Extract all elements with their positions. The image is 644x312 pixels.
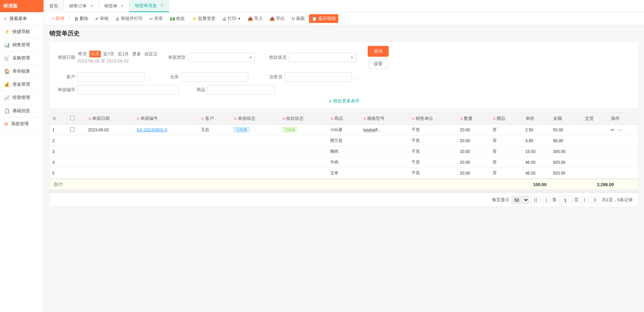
import-button[interactable]: 📥 导入 (245, 14, 265, 23)
sort-icon-payment-status[interactable]: ⇅ (282, 117, 285, 121)
tab-sales-order[interactable]: 销售订单 ✕ (64, 0, 99, 12)
footer-total-amount: 2,286.00 (567, 182, 634, 187)
next-page-button[interactable]: ⟩ (581, 197, 588, 203)
customer-input[interactable] (77, 72, 145, 82)
batch-change-button[interactable]: ⚡ 批量变更 (189, 14, 218, 23)
row-select-checkbox[interactable] (70, 127, 75, 132)
goods-dots[interactable]: ... (278, 87, 282, 93)
cell-payment-status (279, 135, 328, 146)
delete-button[interactable]: 🗑 删除 (72, 14, 91, 23)
cell-order-status (231, 157, 279, 168)
status-select[interactable] (289, 53, 356, 62)
tab-sales-goods[interactable]: 销货单 ✕ (99, 0, 130, 12)
shortcut-yesterday[interactable]: 昨天 (77, 51, 88, 57)
sidebar-item-finance[interactable]: 💰 资金管理 (0, 78, 44, 91)
sort-icon-spec[interactable]: ⇅ (363, 117, 366, 121)
warehouse-input[interactable] (181, 72, 248, 82)
col-gift: ⇅ 赠品 (490, 113, 523, 125)
review-button[interactable]: ✔ 审核 (92, 14, 111, 23)
prev-page-button[interactable]: ⟨ (542, 197, 550, 203)
cell-price: 46.00 (523, 168, 550, 179)
page-input[interactable] (559, 196, 572, 204)
goods-input[interactable] (207, 85, 275, 95)
per-page-select[interactable]: 50 20 100 (511, 196, 529, 204)
filter-order-no: 单据编号 (55, 85, 178, 95)
collapse-arrow-icon: ∧ (329, 99, 332, 104)
show-detail-icon: 📋 (312, 16, 317, 21)
table-row: 2 西兰花 千克 20.00 否 4.80 96.00 (50, 135, 638, 146)
sidebar-item-label: 库存核算 (12, 68, 30, 74)
action-icons: ✏⋯ (611, 127, 635, 133)
tab-sales-history[interactable]: 销货单历史 ✕ (130, 0, 169, 12)
print-button[interactable]: 🖨 打印 ▼ (220, 14, 244, 23)
set-button[interactable]: 设置 (369, 59, 388, 69)
more-icon[interactable]: ⋯ (617, 127, 622, 133)
type-select[interactable] (188, 53, 255, 62)
sidebar-item-purchase[interactable]: 🛒 采购管理 (0, 52, 44, 65)
col-order-no: ⇅ 单据编号 (134, 113, 198, 125)
tab-sales-goods-close[interactable]: ✕ (121, 4, 124, 8)
cell-action (608, 168, 638, 179)
sort-icon-quantity[interactable]: ⇅ (460, 117, 463, 121)
show-detail-button[interactable]: 📋 显示明细 (309, 14, 338, 23)
cell-order-no (134, 135, 198, 146)
review-print-button[interactable]: 🖨 审核并打印 (113, 14, 145, 23)
sort-icon-customer[interactable]: ⇅ (201, 117, 204, 121)
salesman-input[interactable] (284, 72, 352, 82)
abandon-icon: ↩ (149, 16, 153, 21)
tab-sales-order-close[interactable]: ✕ (90, 4, 93, 8)
refresh-button[interactable]: ↻ 刷新 (289, 14, 308, 23)
tab-sales-history-close[interactable]: ✕ (160, 3, 163, 8)
salesman-dots[interactable]: ... (355, 75, 359, 80)
sort-icon-gift[interactable]: ⇅ (493, 117, 496, 121)
collect-button[interactable]: 💵 收款 (167, 14, 188, 23)
sidebar-item-operations[interactable]: 📈 经营管理 (0, 91, 44, 104)
shortcut-today[interactable]: 今天 (89, 51, 101, 57)
sidebar-item-search-menu[interactable]: ≡ 搜索菜单 (0, 12, 44, 25)
sidebar-item-sales[interactable]: 📊 销售管理 (0, 38, 44, 52)
order-no-link[interactable]: SA-20230602-0 (137, 127, 167, 132)
filter-customer: 客户 ... (55, 72, 152, 82)
table-gear-icon[interactable]: ⚙ (52, 116, 57, 121)
export-button[interactable]: 📤 导出 (267, 14, 287, 23)
first-page-button[interactable]: ⟨⟨ (531, 197, 540, 203)
shortcut-1month[interactable]: 近1月 (117, 51, 130, 57)
footer-total-quantity: 100.00 (87, 182, 567, 187)
customer-dots[interactable]: ... (148, 75, 152, 80)
cell-trade (582, 157, 608, 168)
warehouse-dots[interactable]: ... (252, 75, 255, 80)
row-checkbox (67, 168, 86, 179)
sort-icon-order-no[interactable]: ⇅ (137, 117, 139, 121)
cell-trade (582, 146, 608, 157)
sort-icon-goods[interactable]: ⇅ (331, 117, 333, 121)
status-select-wrapper (289, 53, 356, 62)
last-page-button[interactable]: ⟩⟩ (590, 197, 600, 203)
sort-icon-unit[interactable]: ⇅ (412, 117, 414, 121)
cell-spec (360, 135, 409, 146)
sidebar-item-base-info[interactable]: 📋 基础信息 (0, 104, 44, 118)
shortcut-more[interactable]: 更多 (131, 51, 142, 57)
quick-nav-icon: ⚡ (4, 29, 10, 34)
select-all-checkbox[interactable] (70, 116, 75, 120)
sort-icon-date[interactable]: ⇅ (88, 117, 91, 121)
query-button[interactable]: 查询 (368, 46, 389, 57)
review-label: 审核 (100, 16, 109, 22)
filter-panel: 单据日期 昨天 今天 近7天 近1月 更多 自定义 2023-06-02 (49, 42, 639, 108)
sort-icon-order-status[interactable]: ⇅ (234, 117, 236, 121)
cell-goods: 牛肉 (328, 157, 360, 168)
order-no-input[interactable] (77, 85, 178, 95)
collapse-button[interactable]: ∧ 收起更多条件 (55, 98, 633, 104)
sidebar-item-quick-nav[interactable]: ⚡ 快捷导航 (0, 25, 44, 38)
shortcut-7days[interactable]: 近7天 (102, 51, 115, 57)
edit-icon[interactable]: ✏ (611, 127, 615, 133)
date-shortcuts: 昨天 今天 近7天 近1月 更多 自定义 (77, 51, 159, 57)
new-button[interactable]: + 新增 (49, 14, 67, 23)
sidebar-item-system[interactable]: ⚙ 系统管理 (0, 118, 44, 131)
horizontal-scrollbar[interactable] (50, 189, 638, 193)
tab-home[interactable]: 首页 (44, 0, 64, 12)
shortcut-custom[interactable]: 自定义 (143, 51, 159, 57)
date-shortcuts-group: 昨天 今天 近7天 近1月 更多 自定义 2023-06-02 至 2023-0… (77, 51, 159, 64)
abandon-button[interactable]: ↩ 弃审 (147, 14, 166, 23)
sidebar-item-inventory[interactable]: 🏠 库存核算 (0, 65, 44, 78)
cell-spec (360, 157, 409, 168)
